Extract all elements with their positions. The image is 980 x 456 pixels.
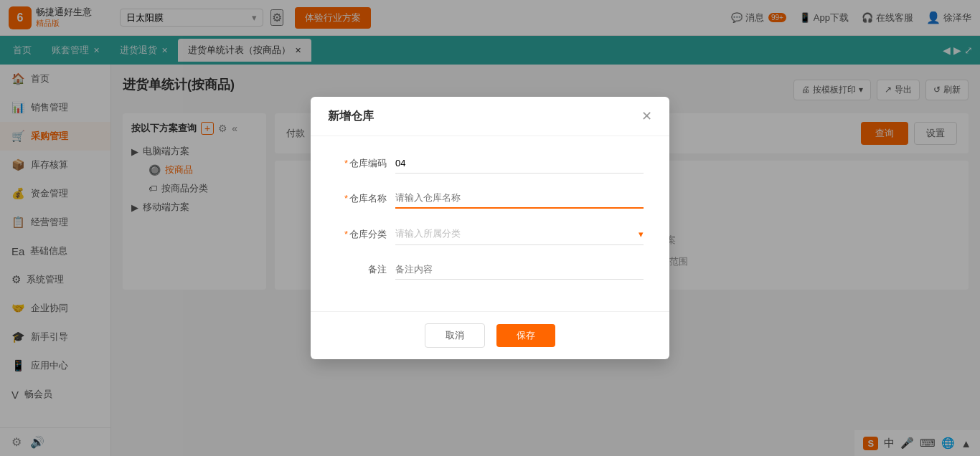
warehouse-name-input[interactable] <box>395 188 644 209</box>
remark-input[interactable] <box>395 260 644 280</box>
category-dropdown-icon: ▾ <box>639 229 644 239</box>
cancel-btn[interactable]: 取消 <box>425 323 485 348</box>
warehouse-category-select[interactable]: 请输入所属分类 ▾ <box>395 223 644 245</box>
modal-close-btn[interactable]: ✕ <box>641 108 652 124</box>
warehouse-name-label: *仓库名称 <box>336 192 387 205</box>
warehouse-category-placeholder: 请输入所属分类 <box>395 227 639 240</box>
modal-header: 新增仓库 ✕ <box>311 97 669 136</box>
modal-title: 新增仓库 <box>328 109 374 124</box>
warehouse-code-label: *仓库编码 <box>336 157 387 170</box>
modal-footer: 取消 保存 <box>311 311 669 359</box>
remark-row: 备注 <box>336 260 644 280</box>
new-warehouse-modal: 新增仓库 ✕ *仓库编码 *仓库名称 *仓库分类 <box>311 97 669 359</box>
modal-body: *仓库编码 *仓库名称 *仓库分类 请输入所属分类 ▾ <box>311 136 669 311</box>
remark-label: 备注 <box>336 263 387 276</box>
warehouse-code-row: *仓库编码 <box>336 153 644 174</box>
warehouse-category-label: *仓库分类 <box>336 228 387 241</box>
modal-overlay[interactable]: 新增仓库 ✕ *仓库编码 *仓库名称 *仓库分类 <box>0 0 980 456</box>
warehouse-category-row: *仓库分类 请输入所属分类 ▾ <box>336 223 644 245</box>
warehouse-code-input[interactable] <box>395 153 644 174</box>
save-btn[interactable]: 保存 <box>496 324 555 347</box>
warehouse-name-row: *仓库名称 <box>336 188 644 209</box>
